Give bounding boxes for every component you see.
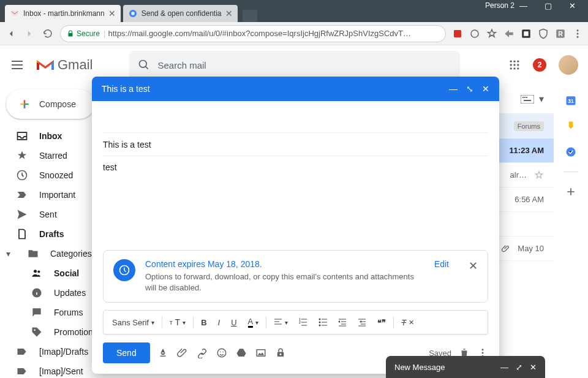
format-toolbar: Sans Serif ▾ тT ▾ B I U A ▾ ▾ 12 ❝❞ T✕: [103, 310, 488, 335]
subject-field[interactable]: This is a test: [103, 133, 488, 156]
minimize-button[interactable]: —: [519, 1, 527, 10]
svg-point-3: [471, 30, 478, 37]
format-icon[interactable]: [157, 347, 168, 358]
confidential-mode-icon[interactable]: [275, 347, 286, 358]
italic-button[interactable]: I: [214, 316, 224, 330]
calendar-icon[interactable]: 31: [565, 94, 577, 107]
align-button[interactable]: ▾: [270, 316, 292, 329]
new-tab-button[interactable]: [243, 10, 257, 22]
quote-button[interactable]: ❝❞: [374, 316, 390, 330]
svg-point-11: [140, 61, 147, 68]
compose-button[interactable]: Compose: [6, 89, 94, 119]
tab-close-icon[interactable]: ✕: [225, 9, 233, 18]
bookmark-icon[interactable]: [486, 28, 497, 39]
confidential-title: Content expires May 18, 2018.: [145, 259, 424, 269]
gmail-m-icon: [36, 58, 55, 72]
attachment-icon[interactable]: [177, 347, 188, 358]
gmail-logo[interactable]: Gmail: [36, 57, 92, 73]
apps-grid-icon[interactable]: [508, 59, 521, 71]
to-field[interactable]: [103, 110, 488, 133]
menu-icon[interactable]: [572, 28, 583, 39]
hamburger-icon[interactable]: [10, 58, 24, 72]
back-button[interactable]: [5, 28, 17, 40]
lock-icon: [67, 30, 74, 37]
window-controls: — ▢ ✕: [519, 1, 588, 10]
keyboard-icon[interactable]: [521, 95, 534, 104]
image-icon[interactable]: [255, 347, 266, 358]
send-button[interactable]: Send: [103, 342, 150, 363]
tab-close-icon[interactable]: ✕: [108, 9, 116, 18]
emoji-icon[interactable]: [216, 347, 227, 358]
svg-point-16: [513, 64, 515, 66]
reload-button[interactable]: [42, 28, 54, 40]
minimize-icon[interactable]: —: [500, 363, 508, 372]
info-icon: [31, 287, 43, 299]
confidential-close-icon[interactable]: ✕: [469, 259, 478, 273]
bullet-list-button[interactable]: [315, 316, 331, 329]
svg-point-20: [517, 67, 519, 69]
svg-point-8: [577, 29, 579, 31]
confidential-edit-button[interactable]: Edit: [434, 259, 449, 269]
extension-icon[interactable]: R: [555, 28, 566, 39]
underline-button[interactable]: U: [227, 316, 240, 330]
chevron-down-icon[interactable]: ▾: [539, 93, 544, 105]
forward-button[interactable]: [23, 28, 36, 40]
right-panel: 31: [554, 85, 588, 378]
keep-icon[interactable]: [565, 120, 577, 132]
svg-text:R: R: [558, 29, 563, 37]
close-icon[interactable]: ✕: [482, 84, 489, 94]
extension-icon[interactable]: [521, 28, 532, 39]
avatar[interactable]: [559, 55, 578, 75]
svg-rect-26: [521, 95, 534, 104]
svg-point-47: [482, 352, 484, 354]
extension-icon[interactable]: [503, 28, 514, 39]
expand-icon[interactable]: ⤢: [516, 363, 522, 372]
secure-badge: Secure: [67, 29, 100, 38]
drive-icon[interactable]: [236, 347, 247, 358]
minimize-icon[interactable]: —: [449, 84, 458, 94]
close-button[interactable]: ✕: [569, 1, 576, 10]
svg-rect-30: [524, 100, 531, 101]
notification-badge[interactable]: 2: [533, 58, 546, 72]
browser-tab[interactable]: Send & open confidentia ✕: [123, 5, 238, 22]
tasks-icon[interactable]: [565, 146, 577, 158]
shield-icon[interactable]: [538, 28, 549, 39]
search-icon: [138, 59, 150, 71]
draft-icon: [16, 228, 28, 240]
extension-icons: R: [452, 28, 583, 39]
gmail-favicon-icon: [10, 9, 20, 18]
svg-point-12: [510, 61, 512, 62]
people-icon: [31, 267, 43, 279]
extension-icon[interactable]: [469, 28, 480, 39]
address-bar[interactable]: Secure | https://mail.google.com/mail/u/…: [60, 25, 446, 42]
compose-header[interactable]: This is a test — ⤡ ✕: [92, 77, 499, 101]
body-field[interactable]: test: [103, 156, 488, 245]
label-icon: [16, 365, 28, 377]
mini-compose-window[interactable]: New Message — ⤢ ✕: [386, 356, 545, 378]
indent-less-button[interactable]: [334, 316, 350, 329]
font-size-select[interactable]: тT ▾: [166, 315, 189, 330]
star-icon[interactable]: [534, 170, 544, 180]
link-icon[interactable]: [197, 347, 208, 358]
svg-point-1: [131, 12, 134, 15]
maximize-button[interactable]: ▢: [545, 1, 552, 10]
browser-tab-active[interactable]: Inbox - martin.brinkmann ✕: [5, 5, 121, 22]
expand-icon[interactable]: ⤡: [466, 84, 473, 94]
close-icon[interactable]: ✕: [530, 363, 537, 372]
bold-button[interactable]: B: [197, 316, 210, 330]
svg-point-42: [222, 352, 224, 353]
indent-more-button[interactable]: [354, 316, 370, 329]
extension-icon[interactable]: [452, 28, 463, 39]
clock-icon: [16, 169, 28, 181]
url-text: https://mail.google.com/mail/u/0/#inbox?…: [108, 29, 411, 38]
font-family-select[interactable]: Sans Serif ▾: [108, 316, 158, 330]
text-color-button[interactable]: A ▾: [244, 314, 263, 330]
svg-point-13: [513, 61, 515, 62]
numbered-list-button[interactable]: 12: [295, 316, 311, 329]
svg-point-46: [482, 349, 484, 350]
chevron-down-icon: ▾: [6, 249, 13, 259]
clear-format-button[interactable]: T✕: [398, 316, 418, 330]
svg-point-9: [577, 32, 579, 34]
search-box[interactable]: Search mail: [129, 51, 460, 79]
add-icon[interactable]: [565, 186, 577, 198]
